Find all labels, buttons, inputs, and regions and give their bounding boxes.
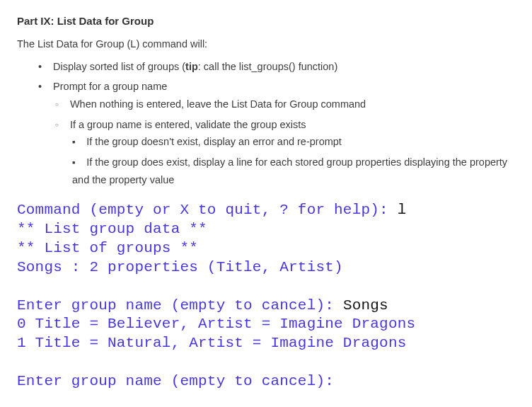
bullet-text: Prompt for a group name (53, 81, 167, 92)
code-line: 1 Title = Natural, Artist = Imagine Drag… (17, 335, 407, 351)
code-line: 0 Title = Believer, Artist = Imagine Dra… (17, 316, 415, 332)
user-input: Songs (343, 297, 388, 314)
bullet-text: Display sorted list of groups (tip: call… (53, 61, 337, 72)
list-item: Prompt for a group name When nothing is … (38, 78, 515, 188)
user-input: l (398, 202, 407, 218)
list-item: If a group name is entered, validate the… (55, 116, 515, 189)
code-line: ** List group data ** (17, 221, 207, 237)
list-item: If the group does exist, display a line … (72, 154, 515, 188)
prompt-text: Enter group name (empty to cancel): (17, 297, 343, 314)
list-item: If the group doesn't exist, display an e… (72, 133, 515, 151)
code-line: Enter group name (empty to cancel): (17, 373, 334, 389)
blank-line (17, 353, 515, 372)
bullet-text: If the group doesn't exist, display an e… (86, 136, 342, 147)
bullet-text: If a group name is entered, validate the… (70, 119, 306, 130)
bullet-text: If the group does exist, display a line … (72, 156, 507, 185)
prompt-text: Command (empty or X to quit, ? for help)… (17, 202, 398, 218)
code-line: ** List of groups ** (17, 240, 198, 256)
bullet-list: Display sorted list of groups (tip: call… (38, 58, 515, 188)
code-line: Command (empty or X to quit, ? for help)… (17, 202, 407, 218)
text-fragment: : call the list_groups() function) (198, 61, 337, 72)
bullet-sub-sublist: If the group doesn't exist, display an e… (72, 133, 515, 188)
list-item: Display sorted list of groups (tip: call… (38, 58, 515, 76)
blank-line (17, 277, 515, 297)
text-fragment: Display sorted list of groups ( (53, 61, 185, 72)
blank-line (17, 391, 515, 407)
bullet-sublist: When nothing is entered, leave the List … (55, 96, 515, 188)
list-item: When nothing is entered, leave the List … (55, 96, 515, 113)
section-heading: Part IX: List Data for Group (17, 13, 515, 29)
code-line: Enter group name (empty to cancel): Song… (17, 297, 388, 314)
intro-text: The List Data for Group (L) command will… (17, 36, 515, 52)
bullet-text: When nothing is entered, leave the List … (70, 98, 366, 110)
code-line: Songs : 2 properties (Title, Artist) (17, 259, 343, 275)
terminal-output: Command (empty or X to quit, ? for help)… (17, 201, 515, 407)
tip-bold: tip (185, 61, 198, 72)
